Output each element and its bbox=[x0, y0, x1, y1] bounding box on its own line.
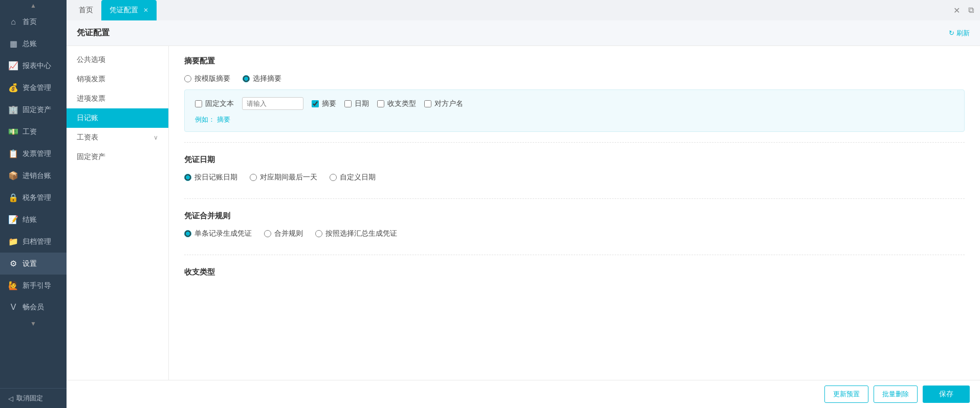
sidebar-item-assets[interactable]: 🏢 固定资产 bbox=[0, 99, 67, 121]
resize-window-button[interactable]: ⧉ bbox=[966, 4, 976, 17]
income-type-checkbox-input[interactable] bbox=[377, 100, 384, 107]
abstract-checkbox[interactable]: 摘要 bbox=[312, 99, 336, 108]
purchase-sales-icon: 📦 bbox=[8, 171, 18, 180]
tab-home[interactable]: 首页 bbox=[71, 0, 101, 20]
select-abstract-radio[interactable]: 选择摘要 bbox=[243, 74, 281, 83]
income-type-section: 收支类型 bbox=[184, 267, 965, 296]
merge-rule-input[interactable] bbox=[264, 230, 271, 237]
date-checkbox[interactable]: 日期 bbox=[344, 99, 369, 108]
batch-delete-button[interactable]: 批量删除 bbox=[874, 386, 918, 403]
content-layout: 公共选项 销项发票 进项发票 日记账 工资表 ∨ 固定资产 bbox=[67, 46, 980, 380]
abstract-checkbox-row: 固定文本 摘要 日期 bbox=[195, 97, 954, 110]
sidebar-item-vip[interactable]: V 畅会员 bbox=[0, 297, 67, 318]
select-merge-label: 按照选择汇总生成凭证 bbox=[325, 229, 397, 238]
voucher-date-radio-group: 按日记账日期 对应期间最后一天 自定义日期 bbox=[184, 173, 965, 182]
tab-voucher-config[interactable]: 凭证配置 ✕ bbox=[101, 0, 157, 20]
template-abstract-radio[interactable]: 按模版摘要 bbox=[184, 74, 230, 83]
sidebar-item-tax[interactable]: 🔒 税务管理 bbox=[0, 187, 67, 209]
abstract-config-box: 固定文本 摘要 日期 bbox=[184, 89, 965, 132]
last-day-label: 对应期间最后一天 bbox=[260, 173, 317, 182]
by-journal-date-input[interactable] bbox=[184, 174, 191, 181]
fixed-text-checkbox-input[interactable] bbox=[195, 100, 202, 107]
sidebar-item-close[interactable]: 📝 结账 bbox=[0, 209, 67, 231]
sidebar-item-archive[interactable]: 📁 归档管理 bbox=[0, 231, 67, 253]
last-day-radio[interactable]: 对应期间最后一天 bbox=[250, 173, 317, 182]
left-nav-label: 公共选项 bbox=[77, 55, 105, 64]
sidebar-item-label: 归档管理 bbox=[23, 237, 51, 246]
left-nav-label: 销项发票 bbox=[77, 75, 105, 84]
left-nav: 公共选项 销项发票 进项发票 日记账 工资表 ∨ 固定资产 bbox=[67, 46, 169, 380]
funds-icon: 💰 bbox=[8, 83, 18, 93]
tax-icon: 🔒 bbox=[8, 193, 18, 202]
last-day-input[interactable] bbox=[250, 174, 257, 181]
left-nav-salary-table[interactable]: 工资表 ∨ bbox=[67, 128, 168, 147]
select-abstract-input[interactable] bbox=[243, 75, 250, 82]
close-accounts-icon: 📝 bbox=[8, 215, 18, 224]
sidebar-item-guide[interactable]: 🙋 新手引导 bbox=[0, 275, 67, 297]
sidebar-item-funds[interactable]: 💰 资金管理 bbox=[0, 77, 67, 99]
left-nav-purchase-invoice[interactable]: 进项发票 bbox=[67, 89, 168, 108]
voucher-date-title: 凭证日期 bbox=[184, 155, 965, 165]
tab-voucher-config-label: 凭证配置 bbox=[110, 6, 138, 15]
close-window-button[interactable]: ✕ bbox=[951, 4, 962, 17]
sidebar-unpin[interactable]: ◁ 取消固定 bbox=[0, 388, 67, 408]
left-nav-fixed-assets[interactable]: 固定资产 bbox=[67, 147, 168, 167]
abstract-checkbox-input[interactable] bbox=[312, 100, 319, 107]
fixed-text-checkbox[interactable]: 固定文本 bbox=[195, 99, 234, 108]
template-abstract-input[interactable] bbox=[184, 75, 191, 82]
refresh-button[interactable]: ↻ 刷新 bbox=[949, 29, 970, 38]
sidebar-item-label: 结账 bbox=[23, 215, 37, 224]
sidebar-item-label: 进销台账 bbox=[23, 171, 51, 180]
left-nav-label: 固定资产 bbox=[77, 152, 105, 162]
sidebar-item-home[interactable]: ⌂ 首页 bbox=[0, 11, 67, 33]
select-merge-radio[interactable]: 按照选择汇总生成凭证 bbox=[315, 229, 397, 238]
tab-close-icon[interactable]: ✕ bbox=[143, 7, 148, 14]
single-record-input[interactable] bbox=[184, 230, 191, 237]
sidebar-item-invoices[interactable]: 📋 发票管理 bbox=[0, 143, 67, 165]
right-content: 摘要配置 按模版摘要 选择摘要 bbox=[169, 46, 980, 380]
date-checkbox-input[interactable] bbox=[344, 100, 352, 107]
date-label: 日期 bbox=[355, 99, 369, 108]
sidebar-item-ledger[interactable]: ▦ 总账 bbox=[0, 33, 67, 55]
left-nav-sales-invoice[interactable]: 销项发票 bbox=[67, 70, 168, 89]
merge-rule-title: 凭证合并规则 bbox=[184, 211, 965, 221]
example-label: 例如： bbox=[195, 116, 215, 123]
update-preset-button[interactable]: 更新预置 bbox=[824, 386, 868, 403]
sidebar-item-label: 工资 bbox=[23, 127, 37, 137]
reports-icon: 📈 bbox=[8, 61, 18, 71]
custom-date-label: 自定义日期 bbox=[340, 173, 376, 182]
sidebar-item-label: 总账 bbox=[23, 39, 37, 49]
single-record-label: 单条记录生成凭证 bbox=[194, 229, 252, 238]
single-record-radio[interactable]: 单条记录生成凭证 bbox=[184, 229, 252, 238]
sidebar-item-label: 首页 bbox=[23, 17, 37, 27]
counterpart-checkbox[interactable]: 对方户名 bbox=[424, 99, 463, 108]
income-type-checkbox[interactable]: 收支类型 bbox=[377, 99, 416, 108]
custom-date-radio[interactable]: 自定义日期 bbox=[330, 173, 376, 182]
sidebar-item-purchase-sales[interactable]: 📦 进销台账 bbox=[0, 165, 67, 187]
sidebar-item-reports[interactable]: 📈 报表中心 bbox=[0, 55, 67, 77]
sidebar-scroll-up[interactable]: ▲ bbox=[0, 0, 67, 11]
page-body: 凭证配置 ↻ 刷新 公共选项 销项发票 进项发票 日记账 bbox=[67, 20, 980, 408]
select-merge-input[interactable] bbox=[315, 230, 322, 237]
guide-icon: 🙋 bbox=[8, 281, 18, 290]
fixed-text-input[interactable] bbox=[242, 97, 303, 110]
bottom-bar: 更新预置 批量删除 保存 bbox=[67, 380, 980, 408]
left-nav-public-options[interactable]: 公共选项 bbox=[67, 50, 168, 70]
sidebar-item-label: 设置 bbox=[23, 259, 37, 268]
merge-rule-radio[interactable]: 合并规则 bbox=[264, 229, 303, 238]
by-journal-date-radio[interactable]: 按日记账日期 bbox=[184, 173, 237, 182]
page-title: 凭证配置 bbox=[77, 28, 110, 38]
sidebar-item-settings[interactable]: ⚙ 设置 bbox=[0, 253, 67, 275]
left-nav-journal[interactable]: 日记账 bbox=[67, 108, 168, 128]
template-abstract-label: 按模版摘要 bbox=[194, 74, 230, 83]
sidebar-item-label: 新手引导 bbox=[23, 281, 51, 290]
refresh-label: 刷新 bbox=[956, 29, 970, 38]
sidebar-item-payroll[interactable]: 💵 工资 bbox=[0, 121, 67, 143]
sidebar-scroll-down[interactable]: ▼ bbox=[0, 318, 67, 329]
save-button[interactable]: 保存 bbox=[923, 386, 970, 403]
counterpart-checkbox-input[interactable] bbox=[424, 100, 431, 107]
custom-date-input[interactable] bbox=[330, 174, 337, 181]
payroll-icon: 💵 bbox=[8, 127, 18, 137]
settings-icon: ⚙ bbox=[8, 259, 18, 268]
ledger-icon: ▦ bbox=[8, 39, 18, 49]
